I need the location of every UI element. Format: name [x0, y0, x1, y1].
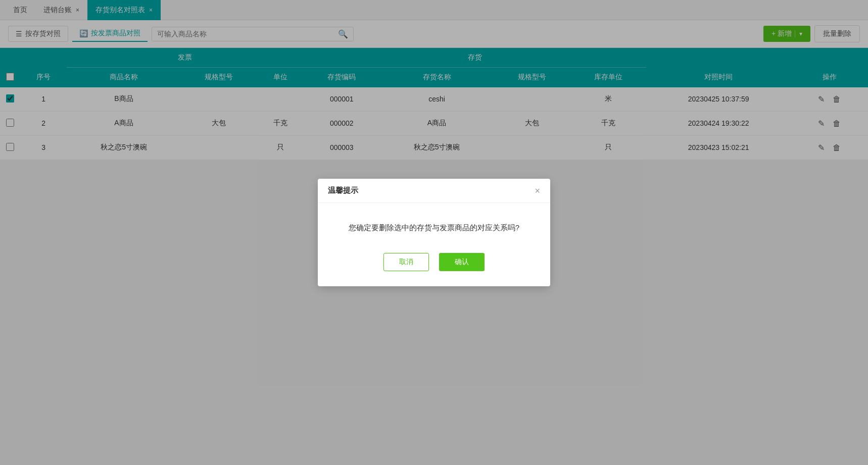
dialog-overlay: 温馨提示 × 您确定要删除选中的存货与发票商品的对应关系吗? 取消 确认	[0, 0, 868, 160]
